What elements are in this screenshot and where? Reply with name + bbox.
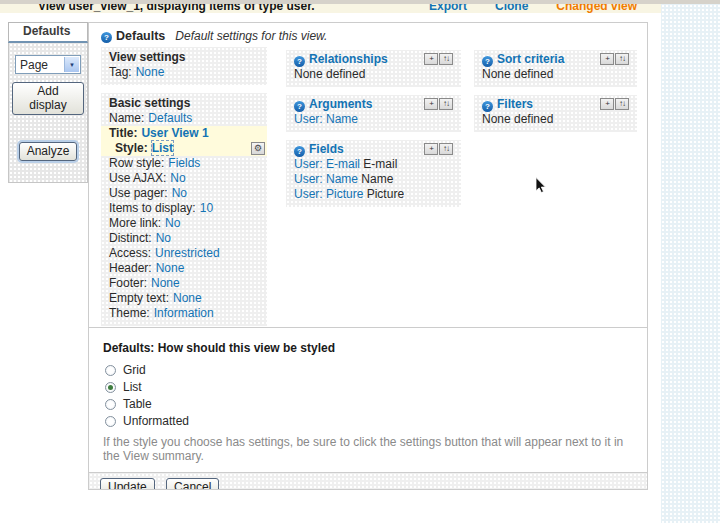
cancel-button[interactable]: Cancel	[166, 478, 219, 490]
setting-row: Theme:Information	[109, 306, 259, 321]
relationships-title: ?Relationships	[294, 52, 388, 67]
style-option-table[interactable]: Table	[105, 399, 633, 410]
tab-defaults[interactable]: Defaults	[8, 22, 88, 43]
analyze-button[interactable]: Analyze	[19, 142, 78, 161]
distinct-value-link[interactable]: No	[156, 231, 171, 245]
radio-grid[interactable]	[105, 365, 116, 376]
theme-value-link[interactable]: Information	[154, 306, 214, 320]
use-ajax-value-link[interactable]: No	[170, 171, 185, 185]
changed-view-link[interactable]: Changed view	[556, 4, 637, 13]
empty-text: None defined	[294, 67, 453, 82]
style-settings-form: Defaults: How should this view be styled…	[89, 328, 647, 463]
rearrange-icon[interactable]: ↑↓	[615, 98, 629, 110]
footer-value-link[interactable]: None	[151, 276, 180, 290]
radio-list-selected[interactable]	[105, 382, 116, 393]
setting-row: Items to display:10	[109, 201, 259, 216]
section-ops: +↑↓	[600, 98, 629, 110]
filters-box: ?Filters +↑↓ None defined	[474, 95, 637, 132]
radio-unformatted[interactable]	[105, 416, 116, 427]
field-item: User: Name Name	[294, 172, 453, 187]
style-settings-gear-icon[interactable]: ⚙	[251, 142, 265, 155]
form-actions: Update Cancel	[89, 472, 647, 490]
export-link[interactable]: Export	[429, 4, 467, 13]
help-icon[interactable]: ?	[101, 32, 112, 43]
title-value-link[interactable]: User View 1	[141, 126, 208, 140]
sort-criteria-box: ?Sort criteria +↑↓ None defined	[474, 50, 637, 87]
update-button[interactable]: Update	[100, 478, 155, 490]
help-icon[interactable]: ?	[294, 146, 305, 157]
display-type-select[interactable]: Page ▼	[15, 55, 81, 74]
more-link-value-link[interactable]: No	[165, 216, 180, 230]
name-value-link[interactable]: Defaults	[148, 111, 192, 125]
view-title: View user_view_1, displaying items of ty…	[38, 4, 315, 13]
help-icon[interactable]: ?	[482, 101, 493, 112]
summary-column-1: View settings Tag:None Basic settings Na…	[101, 47, 267, 334]
help-icon[interactable]: ?	[482, 56, 493, 67]
help-icon[interactable]: ?	[294, 101, 305, 112]
rearrange-icon[interactable]: ↑↓	[439, 143, 453, 155]
help-icon[interactable]: ?	[294, 56, 305, 67]
add-display-button[interactable]: Add display	[12, 82, 84, 115]
mouse-cursor	[535, 177, 547, 195]
view-settings-title: View settings	[109, 49, 259, 65]
clone-link[interactable]: Clone	[495, 4, 528, 13]
access-value-link[interactable]: Unrestricted	[155, 246, 220, 260]
tag-value-link[interactable]: None	[136, 65, 165, 79]
section-ops: +↑↓	[424, 53, 453, 65]
add-icon[interactable]: +	[424, 53, 438, 65]
style-option-unformatted[interactable]: Unformatted	[105, 416, 633, 427]
setting-row: Empty text:None	[109, 291, 259, 306]
section-ops: +↑↓	[424, 143, 453, 155]
field-link[interactable]: User: Name	[294, 172, 358, 186]
views-edit-panel: ? Defaults Default settings for this vie…	[88, 22, 648, 490]
add-icon[interactable]: +	[600, 53, 614, 65]
argument-link[interactable]: User: Name	[294, 112, 358, 126]
setting-row-title-changed: Title:User View 1	[101, 126, 267, 141]
arguments-title: ?Arguments	[294, 97, 372, 112]
field-link[interactable]: User: Picture	[294, 187, 363, 201]
add-icon[interactable]: +	[424, 143, 438, 155]
row-style-value-link[interactable]: Fields	[168, 156, 200, 170]
tab-defaults-label: Defaults	[23, 24, 70, 38]
sort-criteria-title: ?Sort criteria	[482, 52, 564, 67]
filters-title: ?Filters	[482, 97, 533, 112]
chevron-down-icon[interactable]: ▼	[64, 57, 79, 72]
empty-text: None defined	[482, 112, 629, 127]
empty-text: None defined	[482, 67, 629, 82]
style-value-link[interactable]: List	[152, 141, 173, 155]
header-value-link[interactable]: None	[156, 261, 185, 275]
view-title-band: View user_view_1, displaying items of ty…	[0, 4, 720, 13]
setting-row: Tag:None	[109, 65, 259, 80]
rearrange-icon[interactable]: ↑↓	[439, 98, 453, 110]
display-type-value: Page	[20, 58, 48, 72]
view-summary: View settings Tag:None Basic settings Na…	[89, 47, 647, 327]
setting-row-style-changed: Style:List⚙	[101, 141, 267, 156]
style-form-heading: Defaults: How should this view be styled	[103, 341, 633, 355]
setting-row: Access:Unrestricted	[109, 246, 259, 261]
arguments-box: ?Arguments +↑↓ User: Name	[286, 95, 461, 132]
rearrange-icon[interactable]: ↑↓	[439, 53, 453, 65]
field-item: User: E-mail E-mail	[294, 157, 453, 172]
field-link[interactable]: User: E-mail	[294, 157, 360, 171]
setting-row: Use pager:No	[109, 186, 259, 201]
items-to-display-value-link[interactable]: 10	[200, 201, 213, 215]
setting-row: More link:No	[109, 216, 259, 231]
argument-item: User: Name	[294, 112, 453, 127]
use-pager-value-link[interactable]: No	[172, 186, 187, 200]
display-sidebar: Page ▼ Add display Analyze	[8, 43, 88, 183]
panel-header: ? Defaults Default settings for this vie…	[89, 23, 647, 47]
setting-row: Header:None	[109, 261, 259, 276]
setting-row: Name:Defaults	[109, 111, 259, 126]
add-icon[interactable]: +	[600, 98, 614, 110]
view-action-links: Export Clone Changed view	[429, 4, 637, 13]
rearrange-icon[interactable]: ↑↓	[615, 53, 629, 65]
style-option-grid[interactable]: Grid	[105, 365, 633, 376]
summary-column-2: ?Relationships +↑↓ None defined ?Argumen…	[286, 50, 461, 215]
fields-title: ?Fields	[294, 142, 344, 157]
add-icon[interactable]: +	[424, 98, 438, 110]
style-option-list[interactable]: List	[105, 382, 633, 393]
empty-text-value-link[interactable]: None	[173, 291, 202, 305]
page-background-strip	[661, 4, 720, 523]
view-settings-box: View settings Tag:None	[101, 47, 267, 85]
radio-table[interactable]	[105, 399, 116, 410]
